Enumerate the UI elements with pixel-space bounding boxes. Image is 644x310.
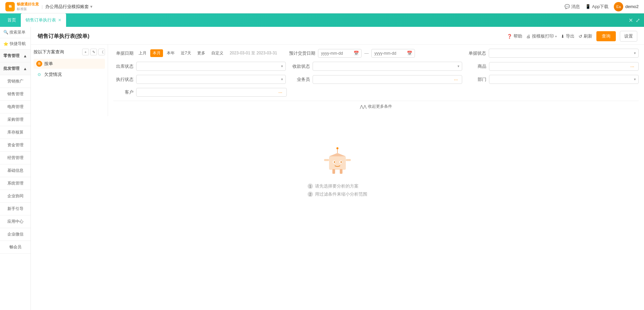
date-btn-last-7[interactable]: 近7天 [178, 49, 194, 57]
refresh-btn[interactable]: ↺ 刷新 [579, 33, 592, 39]
expand-window-icon[interactable]: ⤢ [636, 17, 640, 23]
logo-text: 畅捷通好生意 标准版 [17, 2, 39, 11]
user-area[interactable]: Ea demo2 [614, 2, 639, 11]
sidebar-search-menu[interactable]: 🔍 搜索菜单 [0, 27, 31, 38]
chevron-up-icon: ▲ [23, 54, 27, 58]
date-btn-last-month[interactable]: 上月 [136, 49, 149, 57]
delivery-status-field: 出库状态 ▾ [113, 62, 286, 71]
tab-sales-order[interactable]: 销售订单执行表 ✕ [21, 13, 66, 27]
scheme-item-press[interactable]: 单 按单 [34, 59, 105, 69]
date-btn-this-year[interactable]: 本年 [164, 49, 177, 57]
sidebar-item-sales[interactable]: 销售管理 [0, 88, 31, 101]
sidebar-item-basic[interactable]: 基础信息 [0, 164, 31, 177]
exec-status-label: 执行状态 [113, 76, 133, 83]
scheme-actions: + ✎ 《 [82, 49, 105, 55]
date-separator: — [364, 51, 369, 56]
scheme-header: 按以下方案查询 + ✎ 《 [34, 49, 105, 55]
delivery-status-select[interactable] [136, 62, 286, 71]
sidebar-item-app-center[interactable]: 应用中心 [0, 215, 31, 228]
header-left: 畅 畅捷通好生意 标准版 | 办公用品行业模拟账套 ▾ [5, 2, 93, 11]
sidebar-item-enterprise[interactable]: 企业协同 [0, 190, 31, 203]
delivery-status-label: 出库状态 [113, 63, 133, 69]
export-icon: ⬇ [561, 34, 565, 39]
sidebar-item-ecommerce[interactable]: 电商管理 [0, 101, 31, 113]
scheme-icon-press: 单 [36, 61, 42, 67]
collapse-label: 收起更多条件 [368, 104, 392, 109]
salesperson-dots-btn[interactable]: ··· [452, 77, 459, 82]
message-action[interactable]: 💬 消息 [565, 4, 580, 10]
close-window-icon[interactable]: ✕ [629, 17, 633, 23]
sidebar-item-retail[interactable]: 零售管理 ▲ [0, 50, 31, 62]
payment-status-wrapper: ▾ [313, 62, 462, 71]
date-field-group: 单据日期 上月 本月 本年 近7天 更多 自定义 [113, 49, 226, 57]
edit-scheme-btn[interactable]: ✎ [90, 49, 97, 55]
top-header: 畅 畅捷通好生意 标准版 | 办公用品行业模拟账套 ▾ 💬 消息 📱 App下载… [0, 0, 644, 13]
empty-illustration [321, 143, 354, 176]
tab-bar: 首页 销售订单执行表 ✕ ✕ ⤢ [0, 13, 644, 27]
message-icon: 💬 [565, 4, 570, 9]
scheme-label-press: 按单 [44, 61, 53, 67]
empty-state: 1 请先选择要分析的方案 2 用过滤条件来缩小分析范围 [31, 116, 644, 226]
sidebar-item-inventory[interactable]: 库存核算 [0, 126, 31, 139]
scheme-panel: 按以下方案查询 + ✎ 《 单 按单 ⊙ 欠货情况 [31, 45, 108, 116]
filter-row-3: 执行状态 ▾ 业务员 ·· [113, 75, 639, 84]
svg-rect-2 [340, 169, 342, 174]
export-btn[interactable]: ⬇ 导出 [561, 33, 575, 39]
svg-point-10 [336, 147, 338, 149]
breadcrumb-area[interactable]: 办公用品行业模拟账套 ▾ [45, 4, 93, 10]
sidebar-item-wholesale[interactable]: 批发管理 ▲ [0, 62, 31, 75]
app-download-action[interactable]: 📱 App下载 [585, 4, 608, 10]
search-btn[interactable]: 查询 [596, 31, 616, 41]
svg-rect-4 [346, 159, 351, 161]
print-dropdown-icon[interactable]: ▾ [555, 35, 557, 38]
sidebar-item-finance[interactable]: 资金管理 [0, 139, 31, 152]
svg-rect-0 [329, 156, 346, 170]
date-btn-more[interactable]: 更多 [195, 49, 208, 57]
page-header: 销售订单执行表(按单) ❓ 帮助 🖨 按模板打印 ▾ ⬇ 导出 [31, 27, 644, 45]
svg-point-7 [334, 161, 335, 163]
help-btn[interactable]: ❓ 帮助 [507, 33, 522, 39]
content-area: 销售订单执行表(按单) ❓ 帮助 🖨 按模板打印 ▾ ⬇ 导出 [31, 27, 644, 310]
sidebar-item-marketing[interactable]: 营销推广 [0, 75, 31, 88]
sidebar-item-system[interactable]: 系统管理 [0, 177, 31, 190]
customer-dots-btn[interactable]: ··· [277, 90, 284, 95]
department-select[interactable] [489, 75, 639, 84]
print-btn[interactable]: 🖨 按模板打印 ▾ [526, 33, 557, 39]
breadcrumb-dropdown-icon[interactable]: ▾ [90, 4, 93, 9]
expected-date-start[interactable] [318, 49, 362, 58]
scheme-item-arrears[interactable]: ⊙ 欠货情况 [34, 69, 105, 80]
date-btn-custom[interactable]: 自定义 [209, 49, 226, 57]
sidebar-item-wechat[interactable]: 企业微信 [0, 228, 31, 241]
hint-num-1: 1 [308, 184, 313, 189]
collapse-bar[interactable]: ⋀⋀ 收起更多条件 [113, 101, 639, 112]
tab-close-icon[interactable]: ✕ [58, 18, 61, 22]
add-scheme-btn[interactable]: + [82, 49, 89, 55]
filter-area: 按以下方案查询 + ✎ 《 单 按单 ⊙ 欠货情况 [31, 45, 644, 116]
expected-date-end[interactable] [371, 49, 415, 58]
status-select[interactable] [489, 49, 639, 58]
exec-status-select[interactable] [136, 75, 286, 84]
payment-status-select[interactable] [313, 62, 462, 71]
sidebar-item-member[interactable]: 畅会员 [0, 241, 31, 254]
breadcrumb-text: 办公用品行业模拟账套 [45, 4, 89, 10]
scheme-icon-arrears: ⊙ [36, 71, 42, 78]
sidebar-item-purchase[interactable]: 采购管理 [0, 113, 31, 126]
scheme-label-arrears: 欠货情况 [44, 71, 62, 78]
sidebar-item-operations[interactable]: 经营管理 [0, 152, 31, 164]
hint-num-2: 2 [308, 192, 313, 197]
sidebar-quick-nav[interactable]: ⭐ 快捷导航 [0, 38, 31, 50]
settings-btn[interactable]: 设置 [620, 31, 637, 42]
hint-text-1: 请先选择要分析的方案 [315, 183, 359, 189]
logo-area[interactable]: 畅 畅捷通好生意 标准版 [5, 2, 39, 11]
tab-home[interactable]: 首页 [3, 13, 21, 27]
filter-row-1: 单据日期 上月 本月 本年 近7天 更多 自定义 2023-03-01 至 20… [113, 49, 639, 58]
salesperson-label: 业务员 [290, 76, 310, 83]
sidebar-item-newbie[interactable]: 新手引导 [0, 203, 31, 215]
date-btn-this-month[interactable]: 本月 [150, 49, 163, 57]
goods-dots-btn[interactable]: ··· [629, 64, 636, 69]
exec-status-wrapper: ▾ [136, 75, 286, 84]
collapse-scheme-btn[interactable]: 《 [98, 49, 105, 55]
phone-icon: 📱 [585, 4, 591, 9]
empty-hint-2: 2 用过滤条件来缩小分析范围 [308, 191, 367, 197]
customer-field: 客户 ··· [113, 88, 287, 97]
